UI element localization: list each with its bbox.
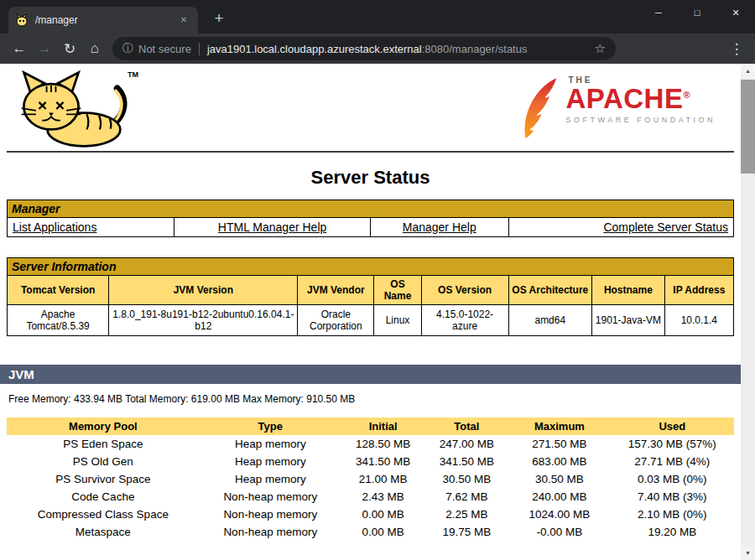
maximum-cell: 30.50 MB (508, 470, 610, 488)
window-minimize-button[interactable]: ─ (639, 0, 678, 25)
server-information-table: Server Information Tomcat Version JVM Ve… (7, 257, 734, 336)
jvm-vendor-value: Oracle Corporation (298, 305, 374, 336)
column-header: JVM Version (109, 276, 298, 305)
tomcat-version-value: Apache Tomcat/8.5.39 (8, 305, 109, 336)
type-cell: Non-heap memory (200, 488, 341, 506)
manager-link-cell: Complete Server Status (508, 218, 733, 237)
table-row: Compressed Class Space Non-heap memory 0… (7, 506, 734, 523)
memory-pool-cell: Code Cache (7, 488, 200, 506)
scroll-down-icon[interactable]: ▼ (741, 546, 755, 560)
browser-menu-icon[interactable]: ⋮ (725, 40, 748, 58)
table-row: Code Cache Non-heap memory 2.43 MB 7.62 … (7, 488, 734, 506)
column-header: Initial (341, 417, 425, 435)
reload-button-icon[interactable]: ↻ (57, 36, 82, 61)
column-header: JVM Vendor (298, 276, 374, 305)
server-info-value-row: Apache Tomcat/8.5.39 1.8.0_191-8u191-b12… (8, 305, 734, 336)
jvm-section-header: JVM (0, 365, 741, 384)
browser-tab[interactable]: /manager ✕ (8, 7, 198, 34)
jvm-version-value: 1.8.0_191-8u191-b12-2ubuntu0.16.04.1-b12 (109, 305, 298, 336)
jvm-memory-summary: Free Memory: 433.94 MB Total Memory: 619… (8, 393, 734, 405)
manager-help-link[interactable]: Manager Help (403, 220, 476, 234)
server-info-section-title: Server Information (8, 258, 734, 276)
column-header: Tomcat Version (8, 276, 109, 305)
type-cell: Heap memory (200, 435, 341, 453)
server-info-header-row: Tomcat Version JVM Version JVM Vendor OS… (8, 276, 734, 305)
tomcat-logo: TM (8, 69, 151, 153)
column-header: Total (425, 417, 509, 435)
tab-close-icon[interactable]: ✕ (176, 13, 191, 28)
type-cell: Non-heap memory (200, 523, 341, 541)
window-maximize-button[interactable]: □ (678, 0, 716, 25)
manager-link-cell: HTML Manager Help (174, 218, 371, 237)
url-path: :8080/manager/status (422, 43, 528, 55)
column-header: Type (200, 417, 341, 435)
apache-subtitle-label: SOFTWARE FOUNDATION (566, 116, 716, 124)
back-button-icon[interactable]: ← (7, 36, 32, 61)
initial-cell: 21.00 MB (341, 470, 425, 488)
used-cell: 0.03 MB (0%) (611, 470, 734, 488)
ip-address-value: 10.0.1.4 (664, 305, 733, 336)
column-header: Maximum (508, 417, 610, 435)
used-cell: 2.10 MB (0%) (611, 506, 734, 523)
manager-link-cell: List Applications (8, 218, 174, 237)
memory-pool-cell: PS Old Gen (7, 453, 200, 470)
maximum-cell: 240.00 MB (508, 488, 610, 506)
total-cell: 341.50 MB (425, 453, 509, 470)
page-content: TM THE APACHE® SOFTWARE (0, 64, 741, 560)
table-row: PS Old Gen Heap memory 341.50 MB 341.50 … (7, 453, 734, 470)
memory-pool-cell: Metaspace (7, 523, 200, 541)
used-cell: 27.71 MB (4%) (611, 453, 734, 470)
tab-strip: /manager ✕ + ─ □ ✕ (0, 0, 755, 34)
window-close-button[interactable]: ✕ (716, 0, 755, 25)
table-row: PS Survivor Space Heap memory 21.00 MB 3… (7, 470, 734, 488)
column-header: Used (611, 417, 734, 435)
html-manager-help-link[interactable]: HTML Manager Help (218, 220, 326, 234)
column-header: OS Name (374, 276, 421, 305)
type-cell: Heap memory (200, 453, 341, 470)
home-button-icon[interactable]: ⌂ (82, 36, 107, 61)
maximum-cell: 1024.00 MB (508, 506, 610, 523)
bookmark-star-icon[interactable]: ☆ (595, 41, 606, 56)
os-name-value: Linux (374, 305, 421, 336)
hostname-value: 1901-Java-VM (592, 305, 665, 336)
omnibox-divider (199, 43, 200, 55)
used-cell: 19.20 MB (611, 523, 734, 541)
initial-cell: 0.00 MB (341, 523, 425, 541)
column-header: OS Version (421, 276, 508, 305)
address-bar[interactable]: ⓘ Not secure java1901.local.cloudapp.azu… (112, 37, 616, 60)
browser-toolbar: ← → ↻ ⌂ ⓘ Not secure java1901.local.clou… (0, 34, 755, 64)
list-applications-link[interactable]: List Applications (13, 220, 96, 234)
os-architecture-value: amd64 (508, 305, 592, 336)
complete-server-status-link[interactable]: Complete Server Status (603, 220, 728, 234)
vertical-scrollbar: ▲ ▼ (741, 64, 755, 560)
total-cell: 30.50 MB (425, 470, 509, 488)
new-tab-button[interactable]: + (208, 8, 230, 30)
column-header: IP Address (664, 276, 733, 305)
tab-title: /manager (35, 14, 176, 26)
site-info-icon[interactable]: ⓘ (122, 41, 133, 56)
url-host: java1901.local.cloudapp.azurestack.exter… (207, 43, 422, 55)
column-header: Memory Pool (7, 417, 200, 435)
memory-pool-cell: PS Eden Space (7, 435, 200, 453)
forward-button-icon[interactable]: → (32, 36, 57, 61)
memory-table-header-row: Memory Pool Type Initial Total Maximum U… (7, 417, 734, 435)
scroll-up-icon[interactable]: ▲ (741, 64, 755, 78)
scrollbar-thumb[interactable] (741, 80, 755, 174)
initial-cell: 341.50 MB (341, 453, 425, 470)
type-cell: Heap memory (200, 470, 341, 488)
apache-name-text: APACHE (566, 83, 684, 114)
column-header: Hostname (592, 276, 665, 305)
table-row: PS Eden Space Heap memory 128.50 MB 247.… (7, 435, 734, 453)
total-cell: 19.75 MB (425, 523, 509, 541)
page-title: Server Status (7, 167, 734, 189)
apache-wordmark: THE APACHE® SOFTWARE FOUNDATION (566, 75, 716, 124)
window-controls: ─ □ ✕ (639, 0, 755, 25)
initial-cell: 0.00 MB (341, 506, 425, 523)
column-header: OS Architecture (508, 276, 592, 305)
browser-window: /manager ✕ + ─ □ ✕ ← → ↻ ⌂ ⓘ Not secure … (0, 0, 755, 560)
maximum-cell: -0.00 MB (508, 523, 610, 541)
table-row: Metaspace Non-heap memory 0.00 MB 19.75 … (7, 523, 734, 541)
used-cell: 7.40 MB (3%) (611, 488, 734, 506)
manager-section-title: Manager (8, 200, 734, 218)
total-cell: 7.62 MB (425, 488, 509, 506)
